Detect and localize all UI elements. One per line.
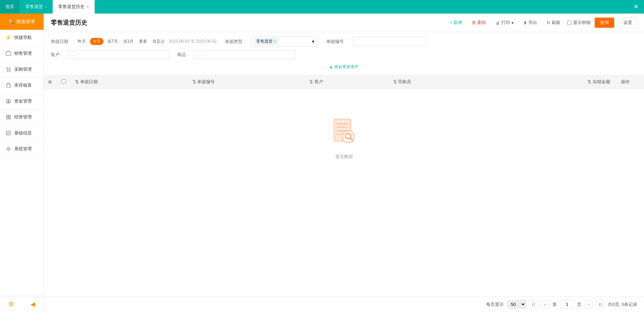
tab-retail-return[interactable]: 零售退货 × — [20, 0, 53, 14]
sidebar-item-purchase[interactable]: 采购管理 — [0, 62, 44, 77]
svg-rect-12 — [336, 123, 349, 125]
empty-state-cell: 暂无数据 — [44, 89, 644, 187]
th-bill-no[interactable]: ⇅ 单据编号 — [188, 75, 306, 89]
show-detail-label: 显示明细 — [573, 20, 591, 26]
filter-section: 单据日期 昨天 今天 近7天 近1月 更多 自定义 2023-06-02 至 2… — [44, 32, 644, 75]
header-actions: + 新增 🗑 删除 🖨 打印 ▾ ⬆ 导出 ↻ 刷新 显示明细 — [447, 18, 637, 28]
pagination-bar: 每页显示 10 20 50 100 ⟨⟨ ‹ 第 页 › ⟩⟩ 共0页, 0条记… — [44, 296, 644, 312]
sidebar-item-operations-label: 经营管理 — [14, 114, 32, 120]
date-btn-more[interactable]: 更多 — [138, 38, 148, 45]
new-button[interactable]: + 新增 — [447, 18, 465, 27]
th-customer[interactable]: ⇅ 客户 — [305, 75, 389, 89]
th-guide[interactable]: ⇅ 导购员 — [389, 75, 490, 89]
next-page-button[interactable]: › — [585, 300, 593, 309]
table-body: 暂无数据 — [44, 89, 644, 187]
date-btn-custom[interactable]: 自定义 — [151, 38, 166, 45]
page-header: 零售退货历史 + 新增 🗑 删除 🖨 打印 ▾ ⬆ 导出 ↻ 刷新 — [44, 14, 644, 32]
sidebar-item-finance[interactable]: 资金管理 — [0, 93, 44, 109]
date-btn-yesterday[interactable]: 昨天 — [76, 38, 87, 45]
sidebar-item-system[interactable]: 系统管理 — [0, 141, 44, 157]
th-checkbox[interactable] — [57, 75, 71, 89]
customer-filter-input[interactable]: … — [68, 50, 169, 59]
svg-rect-7 — [6, 117, 8, 119]
page-title: 零售退货历史 — [51, 19, 87, 27]
empty-state-row: 暂无数据 — [44, 89, 644, 187]
date-btn-1month[interactable]: 近1月 — [122, 38, 135, 45]
page-label: 第 — [552, 302, 557, 308]
query-button[interactable]: 查询 — [595, 18, 614, 28]
tab-list: 首页 零售退货 × 零售退货历史 × — [0, 0, 628, 14]
refresh-label: 刷新 — [552, 20, 560, 26]
svg-point-2 — [9, 71, 10, 71]
svg-rect-15 — [336, 133, 343, 135]
sidebar-item-system-label: 系统管理 — [14, 146, 32, 152]
sidebar-item-quick-nav[interactable]: ⚡ 快捷导航 — [0, 30, 44, 46]
bill-no-label: 单据编号 — [326, 39, 344, 45]
delete-button[interactable]: 🗑 删除 — [469, 18, 489, 27]
collapse-up-icon: ▲ — [329, 65, 333, 69]
goods-filter-input[interactable]: … — [194, 50, 295, 59]
tab-home[interactable]: 首页 — [0, 0, 20, 14]
tab-retail-return-history-close[interactable]: × — [87, 5, 89, 9]
tab-retail-return-label: 零售退货 — [25, 4, 43, 10]
date-btn-7days[interactable]: 近7天 — [106, 38, 119, 45]
empty-text: 暂无数据 — [335, 154, 353, 160]
print-button[interactable]: 🖨 打印 ▾ — [493, 18, 517, 27]
page-suffix: 页 — [577, 302, 581, 308]
refresh-button[interactable]: ↻ 刷新 — [544, 18, 563, 27]
show-detail-checkbox-label[interactable]: 显示明细 — [567, 20, 591, 26]
collapse-filter-bar[interactable]: ▲ 收起更多条件 — [51, 63, 637, 71]
setting-button[interactable]: 设置 — [618, 18, 637, 28]
type-filter-select[interactable]: 零售退货 × ▾ — [251, 36, 318, 47]
th-guide-label: ⇅ 导购员 — [393, 79, 411, 84]
date-btn-today[interactable]: 今天 — [90, 38, 103, 45]
type-filter-label: 单据类型 — [225, 39, 242, 45]
svg-rect-8 — [9, 117, 10, 119]
export-button[interactable]: ⬆ 导出 — [521, 18, 540, 27]
th-amount[interactable]: ⇅ 实销金额 — [490, 75, 617, 89]
operations-icon — [5, 114, 11, 120]
sidebar-item-inventory[interactable]: 库存核算 — [0, 77, 44, 93]
th-actions-label: 操作 — [621, 79, 630, 84]
top-bar-right: ✕ — [628, 0, 644, 14]
svg-point-1 — [7, 71, 8, 71]
first-page-button[interactable]: ⟨⟨ — [529, 300, 538, 309]
last-page-button[interactable]: ⟩⟩ — [596, 300, 604, 309]
collapse-sidebar-icon[interactable]: ◀ — [30, 300, 35, 308]
close-app-button[interactable]: ✕ — [634, 3, 639, 10]
finance-icon — [5, 98, 11, 104]
svg-rect-3 — [6, 85, 10, 87]
type-tag-label: 零售退货 — [256, 39, 272, 44]
svg-rect-6 — [9, 115, 10, 117]
export-icon: ⬆ — [523, 20, 527, 25]
print-label: 打印 — [501, 20, 510, 26]
sidebar: 🔍 搜索菜单 ⚡ 快捷导航 销售管理 采购管理 — [0, 14, 44, 312]
per-page-select[interactable]: 10 20 50 100 — [507, 300, 526, 309]
system-icon — [5, 146, 11, 152]
show-detail-checkbox[interactable] — [567, 21, 572, 25]
th-settings[interactable]: ⚙ — [44, 75, 57, 89]
print-chevron-icon: ▾ — [511, 20, 514, 25]
select-all-checkbox[interactable] — [62, 79, 66, 84]
type-tag-close[interactable]: × — [274, 39, 276, 44]
sidebar-item-basic-info[interactable]: 基础信息 — [0, 125, 44, 141]
settings-bottom-icon[interactable]: ⚙ — [8, 300, 14, 308]
th-bill-date[interactable]: ⇅ 单据日期 — [71, 75, 188, 89]
type-select-chevron: ▾ — [312, 39, 314, 44]
collapse-filter-label: 收起更多条件 — [334, 64, 359, 70]
quick-nav-icon: ⚡ — [5, 35, 11, 41]
bill-no-input[interactable] — [352, 37, 426, 46]
page-input[interactable] — [560, 300, 574, 308]
tab-retail-return-history[interactable]: 零售退货历史 × — [53, 0, 94, 14]
sidebar-search[interactable]: 🔍 搜索菜单 — [0, 14, 44, 30]
tab-retail-return-close[interactable]: × — [45, 5, 47, 9]
sidebar-search-label: 搜索菜单 — [16, 19, 35, 25]
tab-retail-return-history-label: 零售退货历史 — [58, 4, 85, 10]
table-area: ⚙ ⇅ 单据日期 ⇅ 单据编号 ⇅ 客户 — [44, 75, 644, 296]
sidebar-item-operations[interactable]: 经营管理 — [0, 109, 44, 125]
sidebar-item-basic-info-label: 基础信息 — [14, 130, 32, 136]
prev-page-button[interactable]: ‹ — [541, 300, 549, 309]
sidebar-item-sales[interactable]: 销售管理 — [0, 46, 44, 62]
date-filter-label: 单据日期 — [51, 39, 68, 45]
sidebar-item-sales-label: 销售管理 — [14, 50, 32, 57]
